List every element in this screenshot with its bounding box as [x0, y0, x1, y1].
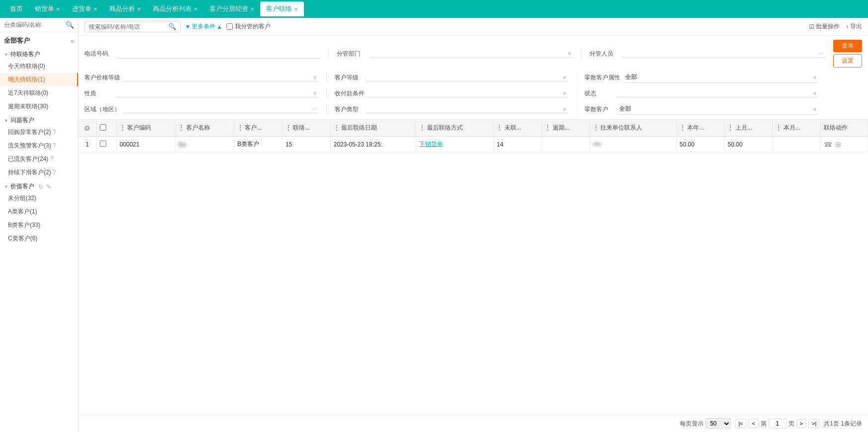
sidebar-item-repurchase-abnormal[interactable]: 回购异常客户(2) ? — [0, 126, 78, 139]
customer-type-chevron-icon: ∨ — [563, 106, 566, 112]
col-not-contact: ⋮ 未联... — [494, 120, 542, 137]
region-chevron-icon: ··· — [312, 106, 316, 112]
status-chevron-icon: ∨ — [813, 90, 816, 96]
customer-type-select[interactable]: ∨ — [367, 105, 569, 113]
set-button[interactable]: 设置 — [833, 54, 862, 68]
nav-customer-tiering[interactable]: 客户分层经营 ✕ — [204, 1, 260, 16]
row-action: ☎ ⊞ — [821, 137, 868, 152]
close-product-analysis-list-icon[interactable]: ✕ — [194, 6, 198, 12]
chevron-up-icon: ▲ — [217, 23, 222, 30]
sidebar-item-b-class[interactable]: B类客户(33) — [0, 218, 78, 232]
row-action-icon-2[interactable]: ⊞ — [835, 141, 841, 148]
data-table: ⚙ ⋮ 客户编码 ⋮ 客户名称 ⋮ 客户... — [78, 120, 868, 415]
price-grade-select[interactable]: ∨ — [123, 73, 318, 81]
close-customer-tiering-icon[interactable]: ✕ — [250, 6, 254, 12]
group-value-customers[interactable]: 价值客户 ↻ ✎ — [0, 179, 78, 192]
top-navigation: 首页 销货单 ✕ 进货单 ✕ 商品分析 ✕ 商品分析列表 ✕ 客户分层经营 ✕ … — [0, 0, 868, 18]
col-this-year: ⋮ 本年... — [676, 120, 724, 137]
prev-page-button[interactable]: < — [748, 419, 758, 428]
dept-select[interactable]: ∨ — [369, 50, 573, 58]
nav-sales-order[interactable]: 销货单 ✕ — [29, 1, 66, 16]
quality-select[interactable]: ∨ — [117, 89, 318, 97]
sidebar-search-input[interactable] — [4, 21, 66, 28]
help-icon-3: ? — [50, 155, 54, 162]
my-customers-checkbox[interactable]: 我分管的客户 — [226, 22, 271, 31]
all-customers-header[interactable]: 全部客户 « — [0, 32, 78, 47]
group-pending-contact[interactable]: 待联络客户 — [0, 47, 78, 60]
col-gear[interactable]: ⚙ — [78, 120, 96, 137]
close-purchase-order-icon[interactable]: ✕ — [93, 6, 97, 12]
status-select[interactable]: ∨ — [617, 89, 818, 97]
page-number-input[interactable] — [769, 419, 787, 429]
customer-type-label: 客户类型 — [335, 105, 364, 114]
sidebar-item-declining[interactable]: 持续下滑客户(2) ? — [0, 166, 78, 179]
first-page-button[interactable]: |< — [735, 419, 746, 428]
status-label: 状态 — [584, 89, 614, 98]
batch-operation-button[interactable]: ☑ 批量操作 — [809, 22, 840, 31]
sidebar-item-overdue-contact[interactable]: 逾期未联络(30) — [0, 100, 78, 113]
phone-label: 电话号码 — [84, 50, 114, 58]
row-contact-count: 15 — [282, 137, 330, 152]
row-checkbox[interactable] — [100, 141, 106, 147]
sidebar-search-icon[interactable]: 🔍 — [66, 21, 74, 29]
close-product-analysis-icon[interactable]: ✕ — [137, 6, 141, 12]
retail-attr-select[interactable]: 全部 ∨ — [623, 72, 818, 83]
group-problem-customers[interactable]: 问题客户 — [0, 113, 78, 126]
nav-home[interactable]: 首页 — [4, 1, 29, 16]
nav-purchase-order[interactable]: 进货单 ✕ — [66, 1, 103, 16]
row-action-icon-1[interactable]: ☎ — [824, 141, 832, 148]
price-grade-label: 客户价格等级 — [84, 73, 120, 82]
main-search-icon[interactable]: 🔍 — [168, 23, 176, 30]
contact-method-link[interactable]: 下销货单 — [419, 141, 443, 147]
person-select[interactable]: ··· — [622, 50, 825, 58]
next-page-button[interactable]: > — [796, 419, 806, 428]
select-all-checkbox[interactable] — [100, 124, 106, 131]
more-filter-button[interactable]: ▼ 更多条件 ▲ — [185, 22, 222, 31]
row-company-contact: •••• — [590, 137, 677, 152]
sidebar-item-ungrouped[interactable]: 未分组(32) — [0, 192, 78, 205]
sidebar-item-c-class[interactable]: C类客户(6) — [0, 232, 78, 245]
person-label: 分管人员 — [589, 50, 619, 58]
sidebar-item-week-pending[interactable]: 近7天待联络(0) — [0, 86, 78, 100]
customer-grade-select[interactable]: ∨ — [367, 73, 569, 81]
my-customers-check[interactable] — [226, 23, 233, 30]
main-search-input[interactable] — [89, 23, 168, 30]
row-select[interactable] — [96, 137, 116, 152]
collapse-icon[interactable]: « — [71, 37, 74, 45]
retail-customer-select[interactable]: 全部 ∨ — [617, 104, 818, 115]
nav-product-analysis[interactable]: 商品分析 ✕ — [103, 1, 147, 16]
last-page-button[interactable]: >| — [808, 419, 820, 428]
help-icon-4: ? — [53, 169, 56, 176]
query-button[interactable]: 查询 — [833, 40, 862, 52]
export-button[interactable]: ↑ 导出 — [846, 22, 862, 31]
refresh-icon[interactable]: ↻ — [38, 183, 43, 190]
col-customer-code: ⋮ 客户编码 — [116, 120, 175, 137]
search-box[interactable]: 🔍 — [84, 21, 181, 32]
pay-term-select[interactable]: ∨ — [367, 89, 569, 97]
close-sales-order-icon[interactable]: ✕ — [56, 6, 60, 12]
nav-product-analysis-list[interactable]: 商品分析列表 ✕ — [147, 1, 204, 16]
retail-customer-chevron-icon: ∨ — [813, 106, 816, 112]
edit-icon[interactable]: ✎ — [46, 183, 51, 190]
quality-label: 性质 — [84, 89, 114, 98]
row-last-contact-method[interactable]: 下销货单 — [416, 137, 494, 152]
page-size-selector[interactable]: 每页显示 50 20 100 — [680, 418, 731, 429]
customer-grade-chevron-icon: ∨ — [563, 74, 566, 80]
col-checkbox[interactable] — [96, 120, 116, 137]
sidebar-item-a-class[interactable]: A类客户(1) — [0, 205, 78, 218]
page-size-select-input[interactable]: 50 20 100 — [706, 418, 731, 429]
sidebar-item-tomorrow-pending[interactable]: 明天待联络(1) — [0, 73, 78, 86]
sidebar-search-box[interactable]: 🔍 — [0, 18, 78, 32]
phone-input[interactable] — [117, 49, 320, 59]
nav-customer-contact[interactable]: 客户联络 ✕ — [260, 1, 304, 16]
gear-icon[interactable]: ⚙ — [84, 124, 90, 132]
close-customer-contact-icon[interactable]: ✕ — [294, 6, 298, 12]
col-contact-count: ⋮ 联络... — [282, 120, 330, 137]
col-last-contact-method: ⋮ 最后联络方式 — [416, 120, 494, 137]
region-select[interactable]: ··· — [123, 105, 318, 113]
filter-icon: ▼ — [185, 23, 191, 30]
table-footer: 每页显示 50 20 100 |< < 第 页 > >| 共1页 1条记录 — [78, 415, 868, 432]
sidebar-item-today-pending[interactable]: 今天待联络(0) — [0, 60, 78, 73]
sidebar-item-churned[interactable]: 已流失客户(24) ? — [0, 152, 78, 166]
sidebar-item-churn-warning[interactable]: 流失预警客户(3) ? — [0, 139, 78, 152]
